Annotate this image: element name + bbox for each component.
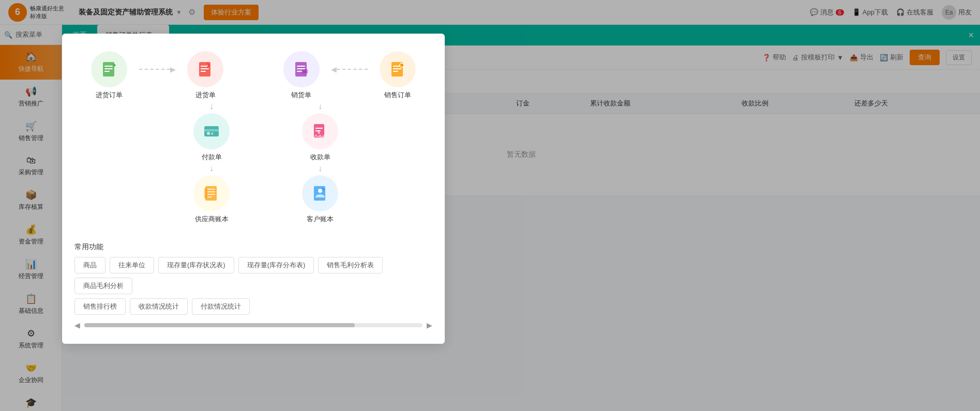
payment-bill-label: 付款单 xyxy=(202,153,222,162)
common-funcs-title: 常用功能 xyxy=(74,242,432,252)
flow-row-arrows: ↓ ↓ xyxy=(80,100,427,113)
purchase-bill-circle xyxy=(187,51,223,87)
svg-text:¥: ¥ xyxy=(317,130,321,135)
func-stock-dist[interactable]: 现存量(库存分布表) xyxy=(238,257,314,273)
flow-node-supplier-account[interactable]: 供应商账本 xyxy=(178,175,245,224)
purchase-order-circle xyxy=(91,51,127,87)
modal-overlay[interactable]: 进货订单 ▶ 进货单 xyxy=(0,0,980,411)
payment-bill-circle: ¥ xyxy=(193,113,230,149)
arrow-sales-order-to-bill: ◀ xyxy=(331,65,368,86)
svg-rect-13 xyxy=(204,188,207,199)
modal-scrollbar: ◀ ▶ xyxy=(74,319,432,331)
flow-node-payment-bill[interactable]: ¥ 付款单 xyxy=(178,113,245,162)
customer-account-circle xyxy=(302,175,338,211)
flow-diagram: 进货订单 ▶ 进货单 xyxy=(74,46,432,234)
func-row-2: 销售排行榜 收款情况统计 付款情况统计 xyxy=(74,298,432,315)
func-receipt-stats[interactable]: 收款情况统计 xyxy=(130,298,188,315)
receipt-bill-circle: ¥ xyxy=(302,113,338,149)
func-sales-gross[interactable]: 销售毛利分析表 xyxy=(318,257,383,273)
svg-point-5 xyxy=(400,63,404,67)
quick-nav-modal: 进货订单 ▶ 进货单 xyxy=(62,34,445,344)
common-funcs: 常用功能 商品 往来单位 现存量(库存状况表) 现存量(库存分布表) 销售毛利分… xyxy=(74,242,432,315)
flow-node-customer-account[interactable]: 客户账本 xyxy=(287,175,354,224)
arrow-purchase-order-to-bill: ▶ xyxy=(139,65,176,86)
sales-bill-label: 销货单 xyxy=(291,90,311,100)
receipt-bill-label: 收款单 xyxy=(310,153,330,162)
flow-node-sales-bill[interactable]: 销货单 xyxy=(272,51,331,100)
svg-rect-3 xyxy=(303,69,308,73)
svg-point-15 xyxy=(318,189,322,193)
scrollbar-thumb xyxy=(84,323,355,327)
arrow-down-payment: ↓ xyxy=(178,163,245,174)
sales-order-circle xyxy=(380,51,416,87)
svg-rect-14 xyxy=(314,186,325,201)
flow-node-purchase-bill[interactable]: 进货单 xyxy=(176,51,235,100)
flow-node-purchase-order[interactable]: 进货订单 xyxy=(80,51,139,100)
scroll-right-icon[interactable]: ▶ xyxy=(427,321,432,329)
supplier-account-circle xyxy=(193,175,230,211)
func-partner[interactable]: 往来单位 xyxy=(110,257,154,273)
func-stock-status[interactable]: 现存量(库存状况表) xyxy=(158,257,234,273)
sales-bill-circle xyxy=(283,51,320,87)
arrow-down-receipt: ↓ xyxy=(287,163,354,174)
scroll-left-icon[interactable]: ◀ xyxy=(74,321,80,329)
func-payment-stats[interactable]: 付款情况统计 xyxy=(192,298,250,315)
customer-account-label: 客户账本 xyxy=(307,215,334,224)
purchase-bill-label: 进货单 xyxy=(195,90,216,100)
scrollbar-track[interactable] xyxy=(84,323,423,327)
flow-row-3: 供应商账本 客户账本 xyxy=(80,175,427,224)
flow-row-arrows-2: ↓ ↓ xyxy=(80,162,427,175)
func-product[interactable]: 商品 xyxy=(74,257,105,273)
flow-row-2: ¥ 付款单 ¥ 收款单 xyxy=(80,113,427,162)
func-row-1: 商品 往来单位 现存量(库存状况表) 现存量(库存分布表) 销售毛利分析表 商品… xyxy=(74,257,432,294)
arrow-down-purchase: ↓ xyxy=(178,101,245,112)
supplier-account-label: 供应商账本 xyxy=(195,215,229,224)
svg-point-8 xyxy=(207,132,210,135)
sales-order-label: 销售订单 xyxy=(384,90,411,100)
arrow-down-sales: ↓ xyxy=(287,101,354,112)
func-product-gross[interactable]: 商品毛利分析 xyxy=(74,278,132,294)
flow-row-1: 进货订单 ▶ 进货单 xyxy=(80,51,427,100)
func-sales-rank[interactable]: 销售排行榜 xyxy=(74,298,126,315)
svg-text:¥: ¥ xyxy=(210,131,214,136)
purchase-order-label: 进货订单 xyxy=(96,90,123,100)
flow-node-receipt-bill[interactable]: ¥ 收款单 xyxy=(287,113,354,162)
flow-node-sales-order[interactable]: 销售订单 xyxy=(368,51,427,100)
